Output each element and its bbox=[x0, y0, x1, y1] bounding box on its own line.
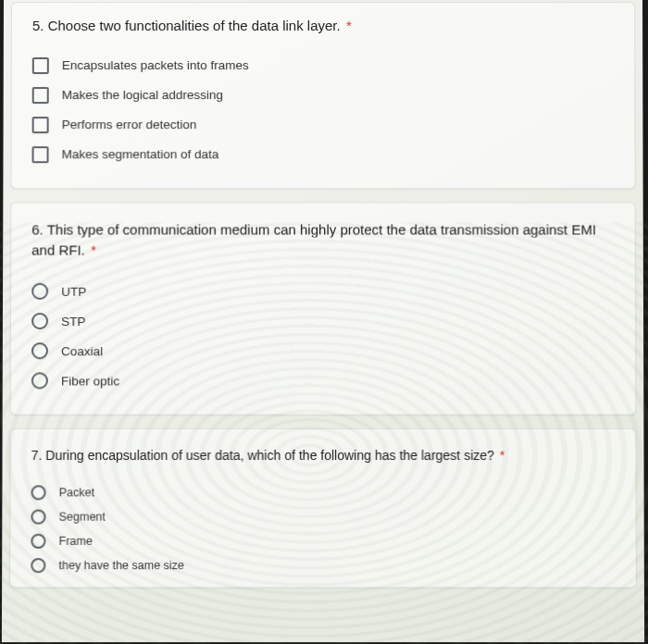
option-row[interactable]: STP bbox=[31, 306, 615, 336]
option-label: Fiber optic bbox=[61, 374, 119, 388]
option-row[interactable]: Makes segmentation of data bbox=[31, 140, 614, 169]
question-title: 7. During encapsulation of user data, wh… bbox=[31, 446, 616, 464]
question-card-7: 7. During encapsulation of user data, wh… bbox=[9, 428, 637, 588]
question-title: 5. Choose two functionalities of the dat… bbox=[32, 16, 614, 36]
form-screen: 5. Choose two functionalities of the dat… bbox=[2, 0, 644, 642]
radio-icon[interactable] bbox=[31, 342, 48, 359]
option-label: Encapsulates packets into frames bbox=[62, 58, 249, 72]
option-label: UTP bbox=[61, 285, 86, 299]
option-row[interactable]: Makes the logical addressing bbox=[32, 80, 615, 110]
radio-icon[interactable] bbox=[31, 509, 45, 524]
option-label: Frame bbox=[59, 534, 93, 547]
radio-icon[interactable] bbox=[31, 533, 45, 548]
checkbox-icon[interactable] bbox=[32, 117, 49, 133]
question-title: 6. This type of communication medium can… bbox=[31, 219, 615, 260]
checkbox-icon[interactable] bbox=[32, 146, 49, 163]
checkbox-icon[interactable] bbox=[32, 57, 49, 74]
option-row[interactable]: they have the same size bbox=[31, 553, 615, 577]
radio-icon[interactable] bbox=[31, 313, 48, 329]
radio-icon[interactable] bbox=[31, 373, 48, 390]
question-text: 6. This type of communication medium can… bbox=[31, 221, 596, 257]
option-label: they have the same size bbox=[58, 559, 184, 572]
option-row[interactable]: Coaxial bbox=[31, 336, 615, 365]
option-row[interactable]: UTP bbox=[31, 277, 615, 306]
option-row[interactable]: Fiber optic bbox=[31, 366, 615, 396]
radio-icon[interactable] bbox=[31, 558, 45, 573]
radio-icon[interactable] bbox=[31, 283, 48, 300]
question-text: 5. Choose two functionalities of the dat… bbox=[32, 18, 341, 33]
option-row[interactable]: Segment bbox=[31, 504, 615, 528]
required-marker: * bbox=[346, 18, 352, 33]
option-label: Makes the logical addressing bbox=[62, 88, 223, 102]
option-label: Segment bbox=[59, 510, 106, 523]
option-row[interactable]: Encapsulates packets into frames bbox=[32, 51, 614, 80]
option-label: Packet bbox=[59, 486, 94, 499]
option-row[interactable]: Frame bbox=[31, 528, 615, 552]
checkbox-icon[interactable] bbox=[32, 87, 49, 104]
required-marker: * bbox=[91, 242, 96, 257]
option-label: Performs error detection bbox=[62, 118, 197, 131]
required-marker: * bbox=[500, 448, 505, 463]
option-row[interactable]: Performs error detection bbox=[32, 110, 615, 140]
question-text: 7. During encapsulation of user data, wh… bbox=[31, 448, 494, 463]
question-card-6: 6. This type of communication medium can… bbox=[10, 202, 637, 415]
option-label: Makes segmentation of data bbox=[62, 147, 219, 161]
option-label: Coaxial bbox=[61, 344, 103, 358]
option-row[interactable]: Packet bbox=[31, 480, 616, 504]
option-label: STP bbox=[61, 315, 85, 328]
question-card-5: 5. Choose two functionalities of the dat… bbox=[10, 2, 635, 189]
radio-icon[interactable] bbox=[31, 485, 46, 500]
